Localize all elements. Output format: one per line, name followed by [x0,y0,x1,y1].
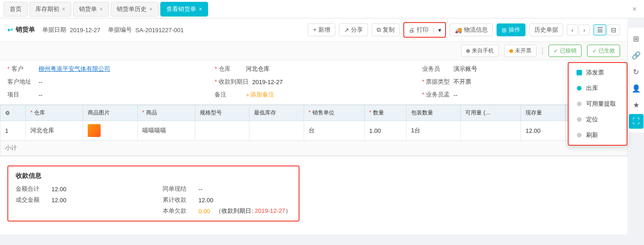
dropdown-refresh[interactable]: 刷新 [569,127,627,143]
copy-icon: ⧉ [377,26,381,34]
total-amount-row: 金额合计 12.00 [16,185,144,193]
payment-grid: 金额合计 12.00 成交金额 12.00 同单现结 -- [16,185,291,215]
copy-button[interactable]: ⧉ 复制 [372,23,400,36]
customer-value[interactable]: 柳州粤港平安气体有限公司 [39,65,110,73]
sidebar-link-icon[interactable]: 🔗 [629,48,644,63]
tab-view-sales-order-label: 查看销货单 [166,5,196,13]
sidebar-user-icon[interactable]: 👤 [629,81,644,96]
history-button[interactable]: 历史单据 [529,23,563,36]
window-close-button[interactable]: × [629,5,640,13]
print-button[interactable]: 🖨 打印 [406,24,431,36]
warehouse-field: 仓库 河北仓库 [215,65,412,73]
prev-arrow[interactable]: ‹ [567,24,578,35]
col-available: 可用量 (… [461,105,521,121]
dropdown-out-stock[interactable]: 出库 [569,80,627,96]
arrears-due-date: 2019-12-27 [255,207,286,214]
sales-employee-label: 业务员孟 [422,91,450,99]
tab-inventory-init-close[interactable]: × [62,6,65,12]
subtotal-row: 小计 [0,141,627,156]
doc-header: ↩ 销货单 单据日期 2019-12-27 单据编号 SA-20191227-0… [0,18,627,42]
col-quantity: 数量 [364,105,406,121]
tab-sales-order-history-close[interactable]: × [149,6,153,12]
operations-icon: ⊞ [502,27,507,34]
tab-view-sales-order[interactable]: 查看销货单 × [160,2,208,17]
from-phone-button[interactable]: 来自手机 [461,45,499,57]
operations-button[interactable]: ⊞ 操作 [497,23,525,36]
col-package-qty: 包装数量 [406,105,460,121]
next-arrow[interactable]: › [579,24,590,35]
print-ops-group: 🖨 打印 | ▾ [403,22,446,38]
doc-title-area: ↩ 销货单 [7,26,35,34]
locate-icon [576,116,582,123]
tab-sales-order-history[interactable]: 销货单历史 × [111,2,158,17]
new-button[interactable]: + 新增 [308,23,335,36]
row-sales-unit: 台 [304,121,364,141]
nav-arrows: ‹ › [567,24,590,35]
col-sales-unit: 销售单位 [304,105,364,121]
sidebar-star-icon[interactable]: ★ [629,97,644,112]
dropdown-add-invoice[interactable]: 添发票 [569,65,627,80]
tab-home[interactable]: 首页 [4,2,28,17]
not-opened-button[interactable]: 未开票 [504,45,537,57]
print-dropdown-arrow[interactable]: ▾ [436,27,443,34]
table-row: 1 河北仓库 嘻嘻嘻嘻 台 1.00 1台 12.00 [0,121,627,141]
dropdown-locate[interactable]: 定位 [569,112,627,127]
list-view-button[interactable]: ☰ [593,24,606,35]
grid-view-button[interactable]: ⊟ [607,24,620,35]
effective-status[interactable]: ✓ 已生效 [587,45,620,57]
tab-inventory-init[interactable]: 库存期初 × [29,2,71,17]
employee-value: 演示账号 [453,65,477,73]
payment-col-right: 同单现结 -- 累计收款 12.00 本单欠款 0.00 （收款到期日: 201… [163,185,291,215]
tab-view-sales-order-close[interactable]: × [199,6,202,12]
doc-type-label: 销货单 [16,26,35,34]
current-arrears-label: 本单欠款 [163,207,195,215]
sidebar-refresh-icon[interactable]: ↻ [629,64,644,79]
transaction-amount-value: 12.00 [51,197,67,204]
row-min-stock [249,121,304,141]
tab-sales-order-close[interactable]: × [100,6,103,12]
tab-sales-order-history-label: 销货单历史 [117,5,147,13]
sales-employee-value: -- [453,91,458,98]
plus-icon: + [246,91,249,98]
approved-status[interactable]: ✓ 已核销 [548,45,582,57]
tab-sales-order[interactable]: 销货单 × [73,2,109,17]
row-product[interactable]: 嘻嘻嘻嘻 [137,121,195,141]
payment-col-left: 金额合计 12.00 成交金额 12.00 [16,185,144,215]
logistics-button[interactable]: 🚚 物流信息 [450,23,493,36]
col-min-stock: 最低库存 [249,105,304,121]
doc-meta: 单据日期 2019-12-27 单据编号 SA-20191227-001 [42,26,184,34]
add-note-button[interactable]: + 添加备注 [246,91,274,99]
payment-date-label: 收款到期日 [215,78,249,86]
employee-label: 业务员 [422,65,450,73]
dropdown-available-qty[interactable]: 可用量提取 [569,96,627,112]
view-toggle: ☰ ⊟ [593,24,620,35]
address-label: 客户地址 [7,78,35,86]
col-settings[interactable]: ⚙ [0,105,26,121]
out-stock-icon [576,85,582,91]
current-arrears-row: 本单欠款 0.00 （收款到期日: 2019-12-27） [163,207,291,215]
right-sidebar: ⊞ 🔗 ↻ 👤 ★ ⛶ [627,28,644,132]
col-warehouse: 仓库 [25,105,83,121]
customer-label: 客户 [7,65,35,73]
print-icon: 🖨 [409,27,415,34]
refresh-icon [576,132,582,138]
share-button[interactable]: ↗ 分享 [339,23,368,36]
main-content: ↩ 销货单 单据日期 2019-12-27 单据编号 SA-20191227-0… [0,18,627,234]
project-label: 项目 [7,91,35,99]
items-table: ⚙ 仓库 商品图片 商品 规格型号 最低库存 销售单位 数量 包装数量 可用量 … [0,105,627,156]
check-icon: ✓ [554,48,558,54]
current-arrears-value: 0.00 [198,208,210,215]
sidebar-table-icon[interactable]: ⊞ [629,31,644,46]
sidebar-expand-icon[interactable]: ⛶ [629,114,644,129]
share-icon: ↗ [344,27,349,34]
available-qty-icon [576,101,582,107]
note-label: 备注 [215,91,242,99]
project-field: 项目 -- [7,91,205,99]
cumulative-receipt-label: 累计收款 [163,196,195,204]
form-section: 客户 柳州粤港平安气体有限公司 仓库 河北仓库 业务员 演示账号 客户地址 --… [0,59,627,105]
row-index: 1 [0,121,26,141]
tab-bar: 首页 库存期初 × 销货单 × 销货单历史 × 查看销货单 × × [0,0,644,18]
row-package-qty: 1台 [406,121,460,141]
payment-box: 收款信息 金额合计 12.00 成交金额 12.00 [7,165,299,222]
doc-type-icon: ↩ [7,26,13,34]
